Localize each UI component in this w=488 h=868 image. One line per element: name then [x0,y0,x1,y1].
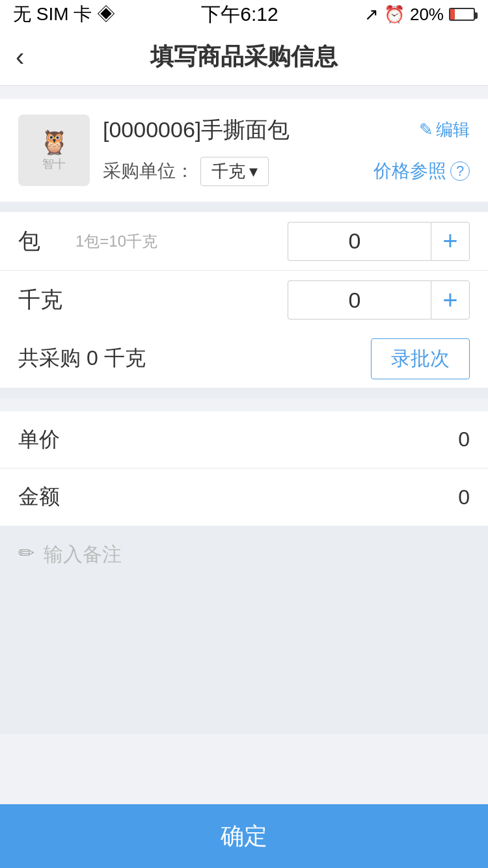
amount-label: 金额 [18,483,60,511]
chevron-down-icon: ▾ [249,161,258,182]
divider-2 [0,388,488,398]
input-section: 包 1包=10千克 + 千克 + [0,212,488,329]
price-info-section: 单价 0 金额 0 [0,411,488,526]
price-ref-label: 价格参照 [373,159,446,183]
price-ref-button[interactable]: 价格参照 ? [373,159,470,183]
sim-label: 无 SIM 卡 ◈ [13,2,115,27]
bag-input-right: + [288,222,470,261]
bag-quantity-input[interactable] [288,222,431,261]
edit-icon: ✎ [419,120,433,140]
product-name: [0000006]手撕面包 [103,115,290,145]
battery-fill [450,9,455,20]
alarm-icon: ⏰ [384,5,405,25]
bag-input-row: 包 1包=10千克 + [0,212,488,271]
product-card: 🦉智十 [0000006]手撕面包 ✎ 编辑 采购单位： 千克 ▾ 价格参照 ? [0,99,488,202]
kg-input-row: 千克 + [0,271,488,329]
status-time: 下午6:12 [201,1,278,28]
location-icon: ↗ [364,5,379,25]
edit-label: 编辑 [436,118,470,141]
product-logo: 🦉智十 [31,134,77,167]
unit-select[interactable]: 千克 ▾ [200,157,269,186]
kg-plus-button[interactable]: + [431,280,470,319]
kg-label: 千克 [18,285,70,315]
content-space [0,591,488,734]
page-title: 填写商品采购信息 [150,41,338,73]
info-icon: ? [450,161,470,181]
notes-section[interactable]: ✏ 输入备注 [0,526,488,591]
edit-button[interactable]: ✎ 编辑 [419,118,470,141]
bag-label: 包 [18,226,70,256]
confirm-button[interactable]: 确定 [0,804,488,868]
product-name-row: [0000006]手撕面包 ✎ 编辑 [103,115,470,145]
kg-input-right: + [288,280,470,319]
unit-label: 采购单位： [103,159,194,183]
notes-placeholder: 输入备注 [44,541,122,568]
nav-bar: ‹ 填写商品采购信息 [0,29,488,86]
total-label: 共采购 0 千克 [18,344,146,373]
pencil-icon: ✏ [18,541,34,564]
back-button[interactable]: ‹ [16,42,24,72]
battery-percent: 20% [410,5,444,25]
unit-price-value: 0 [458,427,470,452]
confirm-label: 确定 [221,821,267,852]
battery-icon [449,8,475,21]
amount-value: 0 [458,485,470,509]
unit-row: 采购单位： 千克 ▾ 价格参照 ? [103,157,470,186]
status-bar: 无 SIM 卡 ◈ 下午6:12 ↗ ⏰ 20% [0,0,488,29]
amount-row: 金额 0 [0,468,488,526]
kg-quantity-input[interactable] [288,280,431,319]
record-batch-button[interactable]: 录批次 [371,338,470,379]
bag-plus-button[interactable]: + [431,222,470,261]
unit-price-label: 单价 [18,426,60,454]
total-row: 共采购 0 千克 录批次 [0,329,488,388]
product-info: [0000006]手撕面包 ✎ 编辑 采购单位： 千克 ▾ 价格参照 ? [103,115,470,186]
status-left: 无 SIM 卡 ◈ [13,2,115,27]
unit-value: 千克 [211,160,245,183]
bag-sub-label: 1包=10千克 [75,231,157,252]
unit-price-row: 单价 0 [0,411,488,468]
status-right: ↗ ⏰ 20% [364,5,475,25]
product-image: 🦉智十 [18,115,90,186]
divider-1 [0,202,488,212]
